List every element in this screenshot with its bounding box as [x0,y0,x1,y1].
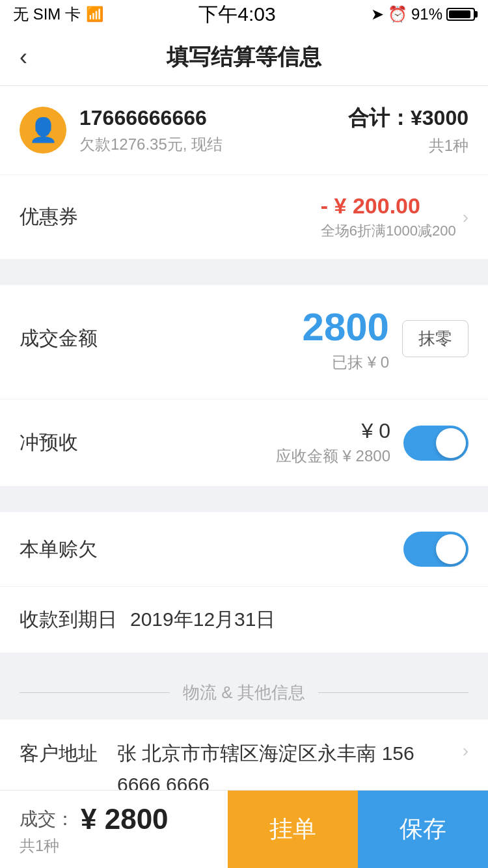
customer-total: 合计：¥3000 共1种 [348,104,468,156]
prepay-toggle[interactable] [403,426,468,461]
duedate-label: 收款到期日 [20,606,117,633]
prepay-section: 冲预收 ¥ 0 应收金额 ¥ 2800 [0,399,488,486]
bottom-info: 成交： ¥ 2800 共1种 [0,803,228,856]
nav-bar: ‹ 填写结算等信息 [0,29,488,86]
carrier-text: 无 SIM 卡 [13,4,81,25]
round-button[interactable]: 抹零 [402,320,468,357]
wifi-icon: 📶 [86,6,103,23]
debt-row: 本单赊欠 [20,532,468,567]
customer-row: 👤 17666666666 欠款1276.35元, 现结 合计：¥3000 共1… [0,86,488,174]
amount-row: 成交金额 2800 已抹 ¥ 0 抹零 [20,305,468,373]
bottom-bar: 成交： ¥ 2800 共1种 挂单 保存 [0,790,488,868]
amount-rounded: 已抹 ¥ 0 [303,352,389,373]
logistics-label: 物流 & 其他信息 [183,681,305,704]
customer-card: 👤 17666666666 欠款1276.35元, 现结 合计：¥3000 共1… [0,86,488,259]
coupon-description: 全场6折满1000减200 [321,221,456,241]
coupon-info: - ¥ 200.00 全场6折满1000减200 [321,193,456,241]
save-button[interactable]: 保存 [358,791,488,868]
divider-line-left [20,692,170,693]
status-left: 无 SIM 卡 📶 [13,4,103,25]
alarm-icon: ⏰ [388,5,407,23]
coupon-label: 优惠券 [20,204,78,230]
avatar-icon: 👤 [29,116,58,144]
customer-subtitle: 欠款1276.35元, 现结 [79,134,223,155]
status-bar: 无 SIM 卡 📶 下午4:03 ➤ ⏰ 91% [0,0,488,29]
logistics-divider: 物流 & 其他信息 [0,666,488,720]
debt-label: 本单赊欠 [20,536,98,563]
battery-icon [446,8,475,21]
amount-section: 成交金额 2800 已抹 ¥ 0 抹零 [0,285,488,399]
amount-card: 成交金额 2800 已抹 ¥ 0 抹零 冲预收 ¥ 0 应收金额 ¥ 2800 [0,285,488,486]
separator-1 [0,272,488,285]
divider-line-right [318,692,468,693]
customer-left: 👤 17666666666 欠款1276.35元, 现结 [20,106,223,155]
prepay-values: ¥ 0 应收金额 ¥ 2800 [276,419,390,467]
toggle-knob [436,428,466,458]
bottom-count: 共1种 [20,835,208,856]
hang-button[interactable]: 挂单 [228,791,358,868]
amount-right-inner: 2800 已抹 ¥ 0 抹零 [303,305,468,373]
back-button[interactable]: ‹ [20,44,27,71]
coupon-row[interactable]: 优惠券 - ¥ 200.00 全场6折满1000减200 › [0,174,488,259]
address-chevron-icon: › [463,740,468,761]
coupon-right: - ¥ 200.00 全场6折满1000减200 › [321,193,468,241]
prepay-right: ¥ 0 应收金额 ¥ 2800 [276,419,468,467]
page-title: 填写结算等信息 [167,42,321,72]
status-right: ➤ ⏰ 91% [371,5,475,23]
prepay-label: 冲预收 [20,429,78,456]
address-label: 客户地址 [20,740,98,767]
debt-toggle[interactable] [403,532,468,567]
amount-value-group: 2800 已抹 ¥ 0 [303,305,389,373]
transaction-label: 成交： [20,807,74,832]
bottom-buttons: 挂单 保存 [228,791,488,868]
debt-toggle-knob [436,534,466,564]
debt-card: 本单赊欠 收款到期日 2019年12月31日 [0,512,488,653]
total-label: 合计：¥3000 [348,104,468,133]
duedate-section: 收款到期日 2019年12月31日 [0,586,488,653]
coupon-discount: - ¥ 200.00 [321,193,456,219]
prepay-amount: ¥ 0 [276,419,390,443]
customer-phone: 17666666666 [79,106,223,130]
battery-percent: 91% [411,5,442,23]
separator-2 [0,499,488,512]
prepay-sub: 应收金额 ¥ 2800 [276,446,390,467]
customer-info: 17666666666 欠款1276.35元, 现结 [79,106,223,155]
bottom-transaction: 成交： ¥ 2800 [20,803,208,835]
total-count: 共1种 [348,135,468,156]
bottom-amount: ¥ 2800 [81,803,169,835]
duedate-value: 2019年12月31日 [130,606,275,633]
duedate-row: 收款到期日 2019年12月31日 [20,606,468,633]
amount-label: 成交金额 [20,325,98,352]
avatar: 👤 [20,107,66,154]
coupon-chevron-icon: › [463,207,468,228]
debt-section: 本单赊欠 [0,512,488,586]
prepay-row: 冲预收 ¥ 0 应收金额 ¥ 2800 [20,419,468,467]
main-content: 👤 17666666666 欠款1276.35元, 现结 合计：¥3000 共1… [0,86,488,868]
location-icon: ➤ [371,5,384,23]
status-time: 下午4:03 [198,1,275,28]
amount-value: 2800 [303,305,389,349]
